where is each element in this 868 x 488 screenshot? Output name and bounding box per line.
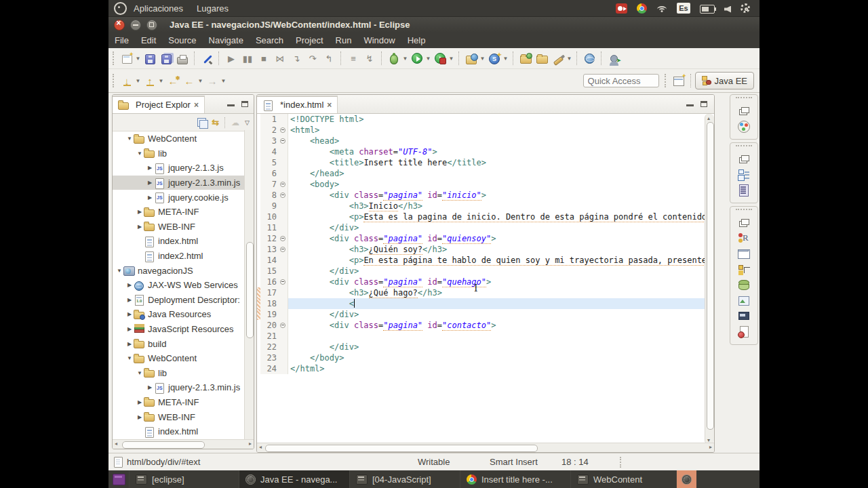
explorer-horizontal-scrollbar[interactable]: ◂ ▸ [113,439,254,449]
import-folder-button[interactable] [534,51,549,66]
open-perspective-button[interactable] [671,73,686,88]
maximize-window-button[interactable] [146,20,157,30]
previous-edit-location-button[interactable]: ↑ [142,73,157,88]
menu-run[interactable]: Run [330,34,358,47]
restore-view-icon[interactable] [737,152,751,166]
web-browser-button[interactable] [582,51,597,66]
step-over-button[interactable]: ↷ [305,51,320,66]
use-step-filters-button[interactable]: ≡ [346,51,361,66]
tree-item-webcontent[interactable]: ▼WebContent [113,131,254,146]
console-view-icon[interactable] [737,310,751,323]
fold-collapse-icon[interactable] [279,320,288,331]
tree-item-lib[interactable]: ▼lib [113,366,254,381]
properties-view-icon[interactable] [737,247,751,261]
tree-item-index-html[interactable]: index.html [113,234,254,249]
resume-button[interactable]: ▶ [224,51,239,66]
tree-item-jquery-2-1-3-min-js[interactable]: ▶jquery-2.1.3.min.js [113,176,254,190]
code-line-6[interactable]: 6 </head> [257,168,714,179]
code-line-19[interactable]: 19 </div> [257,309,714,320]
fold-collapse-icon[interactable] [279,233,288,244]
collapse-all-icon[interactable] [197,118,206,127]
tree-collapsed-arrow-icon[interactable]: ▶ [136,399,144,405]
suspend-button[interactable]: ▮▮ [240,51,255,66]
outline-view-icon[interactable] [737,168,751,182]
fold-collapse-icon[interactable] [279,179,288,190]
terminate-button[interactable]: ■ [256,51,271,66]
dropdown-arrow-icon[interactable]: ▼ [425,56,431,62]
tree-item-index2-html[interactable]: index2.html [113,249,254,264]
palette-view-icon[interactable] [737,120,751,134]
export-war-button[interactable] [518,51,533,66]
menu-search[interactable]: Search [250,34,290,47]
skip-all-breakpoints-button[interactable] [199,51,214,66]
code-line-22[interactable]: 22 </div> [257,342,714,352]
chrome-icon[interactable] [637,3,647,14]
menu-help[interactable]: Help [401,34,432,47]
tree-collapsed-arrow-icon[interactable]: ▶ [146,180,154,186]
tree-expanded-arrow-icon[interactable]: ▼ [136,150,144,157]
code-line-1[interactable]: 1<!DOCTYPE html> [257,114,714,125]
tree-item-lib[interactable]: ▼lib [113,146,254,161]
session-gear-icon[interactable] [741,3,750,13]
print-button[interactable] [175,51,190,66]
menu-file[interactable]: File [108,34,135,47]
code-editor[interactable]: 1<!DOCTYPE html>2<html>3 <head>4 <meta c… [257,114,714,445]
maximize-editor-button[interactable] [701,101,707,107]
tree-collapsed-arrow-icon[interactable]: ▶ [146,165,154,171]
code-line-3[interactable]: 3 <head> [257,136,714,146]
dropdown-arrow-icon[interactable]: ▼ [135,56,141,62]
debug-button[interactable] [387,51,401,66]
save-button[interactable] [142,51,157,66]
menu-edit[interactable]: Edit [135,34,162,47]
quick-access-input[interactable] [583,74,659,87]
tree-item-web-inf[interactable]: ▶WEB-INF [113,409,254,424]
wifi-icon[interactable] [656,4,667,12]
back-button[interactable]: ← [182,73,197,88]
code-line-12[interactable]: 12 <div class="pagina" id="quiensoy"> [257,233,714,244]
fold-collapse-icon[interactable] [279,125,288,136]
tree-expanded-arrow-icon[interactable]: ▼ [136,370,144,376]
screen-recorder-icon[interactable] [616,3,627,14]
minimize-editor-button[interactable] [686,104,694,109]
code-line-15[interactable]: 15 </div> [257,266,714,277]
code-line-2[interactable]: 2<html> [257,125,714,136]
code-line-9[interactable]: 9 <h3>Inicio</h3> [257,201,714,211]
menu-window[interactable]: Window [357,34,401,47]
dropdown-arrow-icon[interactable]: ▼ [479,56,486,62]
code-line-5[interactable]: 5 <title>Insert title here</title> [257,157,714,168]
tree-collapsed-arrow-icon[interactable]: ▶ [125,341,134,347]
tree-collapsed-arrow-icon[interactable]: ▶ [136,209,144,215]
search-profile-button[interactable] [606,51,621,66]
editor-vertical-scrollbar[interactable]: ▴ ▾ [705,114,714,445]
servers-view-icon[interactable] [737,263,751,277]
code-line-21[interactable]: 21 [257,331,714,342]
menu-navigate[interactable]: Navigate [203,34,250,47]
customize-view-icon[interactable]: ☁ [231,118,239,127]
error-log-view-icon[interactable] [737,325,751,339]
code-line-7[interactable]: 7 <body> [257,179,714,190]
step-return-button[interactable]: ↰ [321,51,336,66]
dropdown-arrow-icon[interactable]: ▼ [197,78,203,84]
view-menu-icon[interactable]: ▽ [245,119,250,126]
taskbar-item-alert[interactable] [676,470,696,488]
data-source-view-icon[interactable] [737,279,751,292]
keyboard-layout-indicator[interactable]: Es [677,3,690,14]
code-line-20[interactable]: 20 <div class="pagina" id="contacto"> [257,320,714,331]
view-group-drag-handle[interactable] [736,209,752,214]
breakpoint-types-button[interactable]: ↯ [362,51,377,66]
tree-item-java-resources[interactable]: ▶Java Resources [113,307,254,322]
tree-collapsed-arrow-icon[interactable]: ▶ [125,326,134,332]
taskbar-item-webcontent[interactable]: WebContent [570,470,676,488]
new-wizard-button[interactable] [119,51,134,66]
dropdown-arrow-icon[interactable]: ▼ [566,56,572,62]
maximize-view-button[interactable] [241,101,248,107]
workspace-switcher[interactable] [108,470,129,488]
tab-project-explorer[interactable]: Project Explor × [113,96,205,113]
volume-icon[interactable] [724,6,731,13]
tree-item-index-html[interactable]: index.html [113,424,254,439]
code-line-14[interactable]: 14 <p>En esta página te hablo de quien s… [257,255,714,266]
tree-collapsed-arrow-icon[interactable]: ▶ [136,224,144,230]
tree-item-deployment-descriptor-[interactable]: ▶Deployment Descriptor: [113,293,254,308]
code-line-10[interactable]: 10 <p>Esta es la pagina de inicio. Dentr… [257,211,714,222]
code-line-17[interactable]: 17 <h3>¿Qué hago?</h3> [257,287,714,298]
